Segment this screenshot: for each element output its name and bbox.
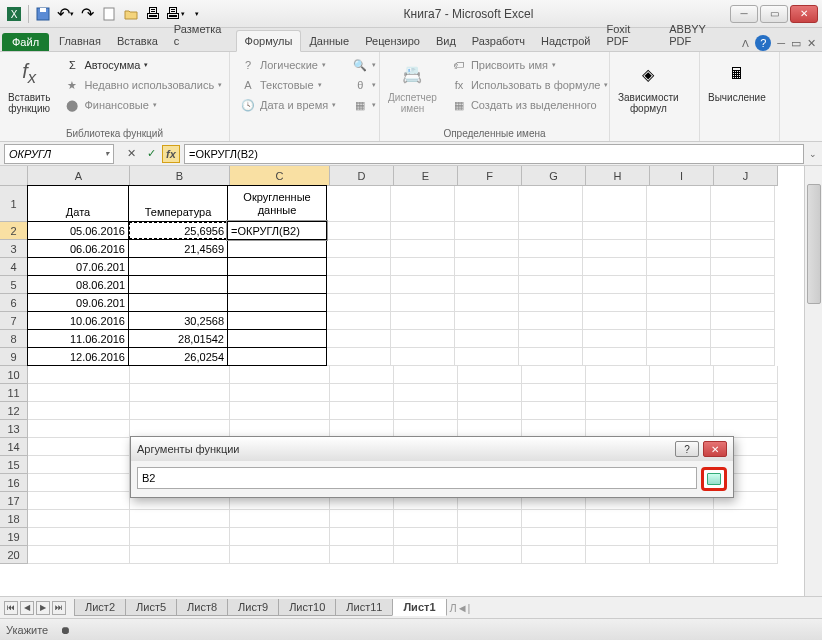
financial-button[interactable]: ⬤Финансовые ▾	[60, 96, 226, 114]
vertical-scrollbar[interactable]	[804, 166, 822, 596]
col-header-F[interactable]: F	[458, 166, 522, 186]
fx-button[interactable]: fx	[162, 145, 180, 163]
recent-functions-button[interactable]: ★Недавно использовались ▾	[60, 76, 226, 94]
tab-home[interactable]: Главная	[51, 31, 109, 51]
define-name-button[interactable]: 🏷Присвоить имя ▾	[447, 56, 613, 74]
row-header-11[interactable]: 11	[0, 384, 28, 402]
cell-C3[interactable]	[227, 239, 327, 258]
calculation-button[interactable]: 🖩 Вычисление	[706, 56, 768, 105]
row-header-16[interactable]: 16	[0, 474, 28, 492]
qat-redo[interactable]: ↷	[77, 4, 97, 24]
datetime-button[interactable]: 🕓Дата и время ▾	[236, 96, 340, 114]
row-header-2[interactable]: 2	[0, 222, 28, 240]
sheet-tab-2[interactable]: Лист8	[176, 599, 228, 616]
cell-D1[interactable]	[327, 186, 391, 222]
cell-A6[interactable]: 09.06.201	[27, 293, 129, 312]
cell-J1[interactable]	[711, 186, 775, 222]
row-header-20[interactable]: 20	[0, 546, 28, 564]
cell-B6[interactable]	[128, 293, 228, 312]
sheet-last-button[interactable]: ⏭	[52, 601, 66, 615]
cell-C2[interactable]: =ОКРУГЛ(B2)	[227, 221, 327, 240]
tab-view[interactable]: Вид	[428, 31, 464, 51]
col-header-H[interactable]: H	[586, 166, 650, 186]
row-header-3[interactable]: 3	[0, 240, 28, 258]
select-all-corner[interactable]	[0, 166, 28, 186]
cell-B7[interactable]: 30,2568	[128, 311, 228, 330]
cell-A8[interactable]: 11.06.2016	[27, 329, 129, 348]
col-header-C[interactable]: C	[230, 166, 330, 186]
worksheet-grid[interactable]: A B C D E F G H I J 1 2 3 4 5 6 7 8 9 10…	[0, 166, 822, 596]
tab-file[interactable]: Файл	[2, 33, 49, 51]
text-button[interactable]: AТекстовые ▾	[236, 76, 340, 94]
sheet-prev-button[interactable]: ◀	[20, 601, 34, 615]
col-header-A[interactable]: A	[28, 166, 130, 186]
tab-developer[interactable]: Разработч	[464, 31, 533, 51]
tab-layout[interactable]: Разметка с	[166, 19, 236, 51]
row-header-10[interactable]: 10	[0, 366, 28, 384]
cell-B3[interactable]: 21,4569	[128, 239, 228, 258]
autosum-button[interactable]: ΣАвтосумма ▾	[60, 56, 226, 74]
logical-button[interactable]: ?Логические ▾	[236, 56, 340, 74]
row-header-14[interactable]: 14	[0, 438, 28, 456]
cell-C9[interactable]	[227, 347, 327, 366]
create-from-selection-button[interactable]: ▦Создать из выделенного	[447, 96, 613, 114]
qat-save[interactable]	[33, 4, 53, 24]
qat-open[interactable]	[121, 4, 141, 24]
cell-C8[interactable]	[227, 329, 327, 348]
minimize-ribbon-icon[interactable]: ᐱ	[742, 38, 749, 49]
cell-F1[interactable]	[455, 186, 519, 222]
cell-D2[interactable]	[327, 222, 391, 240]
math-button[interactable]: θ▾	[348, 76, 380, 94]
row-header-18[interactable]: 18	[0, 510, 28, 528]
lookup-button[interactable]: 🔍▾	[348, 56, 380, 74]
cell-C5[interactable]	[227, 275, 327, 294]
tab-data[interactable]: Данные	[301, 31, 357, 51]
workbook-close-icon[interactable]: ✕	[807, 37, 816, 50]
close-button[interactable]: ✕	[790, 5, 818, 23]
cell-C6[interactable]	[227, 293, 327, 312]
cell-G1[interactable]	[519, 186, 583, 222]
confirm-formula-button[interactable]: ✓	[142, 145, 160, 163]
col-header-D[interactable]: D	[330, 166, 394, 186]
tab-formulas[interactable]: Формулы	[236, 30, 302, 52]
cancel-formula-button[interactable]: ✕	[122, 145, 140, 163]
row-header-19[interactable]: 19	[0, 528, 28, 546]
cell-A4[interactable]: 07.06.201	[27, 257, 129, 276]
more-button[interactable]: ▦▾	[348, 96, 380, 114]
formula-dependencies-button[interactable]: ◈ Зависимости формул	[616, 56, 681, 116]
workbook-minimize-icon[interactable]: ─	[777, 37, 785, 49]
row-header-13[interactable]: 13	[0, 420, 28, 438]
sheet-first-button[interactable]: ⏮	[4, 601, 18, 615]
cell-B4[interactable]	[128, 257, 228, 276]
tab-abbyy[interactable]: ABBYY PDF	[661, 19, 736, 51]
row-header-15[interactable]: 15	[0, 456, 28, 474]
sheet-tab-4[interactable]: Лист10	[278, 599, 336, 616]
qat-new[interactable]	[99, 4, 119, 24]
dialog-range-input[interactable]	[137, 467, 697, 489]
cell-A1[interactable]: Дата	[27, 185, 129, 222]
sheet-next-button[interactable]: ▶	[36, 601, 50, 615]
cell-B8[interactable]: 28,01542	[128, 329, 228, 348]
cell-H1[interactable]	[583, 186, 647, 222]
col-header-E[interactable]: E	[394, 166, 458, 186]
dialog-titlebar[interactable]: Аргументы функции ? ✕	[131, 437, 733, 461]
cell-C4[interactable]	[227, 257, 327, 276]
cell-B1[interactable]: Температура	[128, 185, 228, 222]
use-in-formula-button[interactable]: fxИспользовать в формуле ▾	[447, 76, 613, 94]
cell-A7[interactable]: 10.06.2016	[27, 311, 129, 330]
cell-A2[interactable]: 05.06.2016	[27, 221, 129, 240]
row-header-17[interactable]: 17	[0, 492, 28, 510]
workbook-restore-icon[interactable]: ▭	[791, 37, 801, 50]
row-header-1[interactable]: 1	[0, 186, 28, 222]
sheet-tab-3[interactable]: Лист9	[227, 599, 279, 616]
row-header-6[interactable]: 6	[0, 294, 28, 312]
col-header-I[interactable]: I	[650, 166, 714, 186]
qat-print[interactable]: 🖶	[143, 4, 163, 24]
cell-B5[interactable]	[128, 275, 228, 294]
row-header-5[interactable]: 5	[0, 276, 28, 294]
name-box[interactable]: ОКРУГЛ▾	[4, 144, 114, 164]
expand-dialog-button[interactable]	[701, 467, 727, 491]
row-header-9[interactable]: 9	[0, 348, 28, 366]
dialog-help-button[interactable]: ?	[675, 441, 699, 457]
col-header-B[interactable]: B	[130, 166, 230, 186]
